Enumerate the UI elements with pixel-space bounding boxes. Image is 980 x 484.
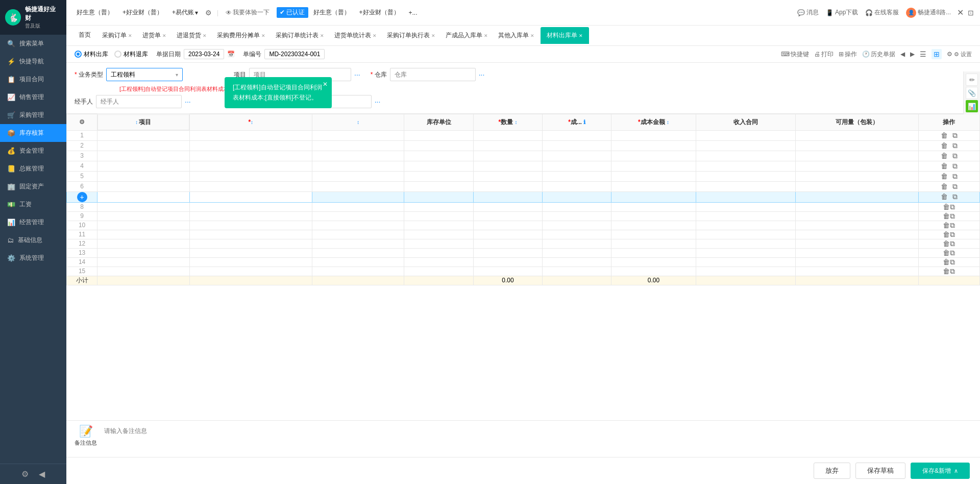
- row-unit[interactable]: [404, 130, 473, 140]
- delete-row-btn[interactable]: 🗑: [943, 249, 950, 257]
- row-income-contract[interactable]: [696, 161, 795, 171]
- sidebar-item-accounting[interactable]: 📒 总账管理: [0, 160, 66, 178]
- sidebar-item-finance[interactable]: 💰 资金管理: [0, 142, 66, 160]
- row-available[interactable]: [796, 130, 919, 140]
- sidebar-item-inventory[interactable]: 📦 库存核算: [0, 124, 66, 142]
- income-contract-dots-btn[interactable]: ···: [375, 98, 381, 106]
- copy-row-btn[interactable]: ⧉: [951, 131, 959, 140]
- agent-input[interactable]: [96, 95, 182, 108]
- row-available[interactable]: [796, 191, 919, 202]
- tab-purchase-stat[interactable]: 采购订单统计表 ✕: [271, 27, 329, 44]
- topbar-nav-item-haoshengyi2[interactable]: 好生意（普）: [309, 6, 354, 19]
- grid-view-btn[interactable]: ⊞: [932, 49, 942, 59]
- radio-material-return[interactable]: 材料退库: [114, 50, 148, 59]
- right-icon-clip[interactable]: 📎: [966, 87, 978, 99]
- delete-row-btn[interactable]: 🗑: [939, 172, 949, 181]
- sidebar-item-basic[interactable]: 🗂 基础信息: [0, 231, 66, 249]
- topbar-nav-item-haoyecai[interactable]: +好业财（普）: [118, 6, 167, 19]
- copy-row-btn[interactable]: ⧉: [950, 267, 955, 276]
- copy-row-btn[interactable]: ⧉: [951, 151, 959, 161]
- copy-row-btn[interactable]: ⧉: [950, 212, 955, 221]
- discard-btn[interactable]: 放弃: [814, 463, 850, 479]
- tab-purchase-fee[interactable]: 采购费用分摊单 ✕: [212, 27, 271, 44]
- delete-row-btn[interactable]: 🗑: [939, 141, 949, 150]
- row-project[interactable]: [97, 171, 189, 181]
- sidebar-item-purchase[interactable]: 🛒 采购管理: [0, 106, 66, 124]
- right-icon-active-green[interactable]: 📊: [966, 100, 978, 112]
- tab-other-in[interactable]: 其他入库单 ✕: [493, 27, 540, 44]
- row-material[interactable]: [189, 140, 312, 151]
- copy-row-btn[interactable]: ⧉: [950, 239, 955, 248]
- row-income-contract[interactable]: [696, 191, 795, 202]
- tooltip-close-btn[interactable]: ✕: [323, 79, 328, 89]
- delete-row-btn[interactable]: 🗑: [939, 151, 949, 160]
- row-unit[interactable]: [404, 151, 473, 161]
- copy-row-btn[interactable]: ⧉: [951, 141, 959, 151]
- row-project[interactable]: [97, 151, 189, 161]
- window-close-btn[interactable]: ✕: [957, 8, 964, 17]
- radio-material-out[interactable]: 材料出库: [75, 50, 108, 59]
- table-settings-btn[interactable]: ⚙ ⚙ 设置: [947, 51, 972, 58]
- agent-dots-btn[interactable]: ···: [185, 98, 191, 106]
- message-btn[interactable]: 💬 消息: [797, 8, 819, 17]
- row-unit[interactable]: [404, 171, 473, 181]
- tab-close-icon[interactable]: ✕: [530, 33, 534, 38]
- tab-material-out[interactable]: 材料出库单 ✕: [541, 27, 589, 44]
- add-row-btn[interactable]: +: [77, 192, 87, 202]
- topbar-nav-item-haoshengyi[interactable]: 好生意（普）: [72, 6, 117, 19]
- operation-btn[interactable]: ⊞ 操作: [839, 50, 857, 59]
- row-quantity[interactable]: [473, 151, 542, 161]
- tab-home[interactable]: 首页: [72, 27, 97, 44]
- copy-row-btn[interactable]: ⧉: [951, 192, 959, 202]
- row-material[interactable]: [189, 130, 312, 140]
- row-cost[interactable]: [543, 171, 611, 181]
- row-available[interactable]: [796, 161, 919, 171]
- row-quantity[interactable]: [473, 140, 542, 151]
- copy-row-btn[interactable]: ⧉: [950, 249, 955, 257]
- project-dots-btn[interactable]: ···: [354, 70, 360, 79]
- list-view-btn[interactable]: ☰: [920, 50, 926, 58]
- topbar-nav-item-haoyecai2[interactable]: +好业财（普）: [355, 6, 404, 19]
- copy-row-btn[interactable]: ⧉: [950, 258, 955, 267]
- sidebar-item-quick-nav[interactable]: ⚡ 快捷导航: [0, 53, 66, 70]
- row-spec[interactable]: [312, 181, 404, 191]
- warehouse-dots-btn[interactable]: ···: [479, 70, 485, 79]
- row-available[interactable]: [796, 181, 919, 191]
- tab-close-icon[interactable]: ✕: [203, 33, 207, 38]
- tab-close-icon[interactable]: ✕: [320, 33, 324, 38]
- sidebar-item-salary[interactable]: 💵 工资: [0, 196, 66, 213]
- online-service-btn[interactable]: 🎧 在线客服: [865, 8, 899, 17]
- settings-bottom-icon[interactable]: ⚙: [21, 469, 29, 479]
- tab-close-icon[interactable]: ✕: [484, 33, 488, 38]
- sidebar-item-sales[interactable]: 📈 销售管理: [0, 88, 66, 106]
- delete-row-btn[interactable]: 🗑: [939, 182, 949, 191]
- warehouse-input[interactable]: [390, 68, 476, 81]
- row-cost[interactable]: [543, 140, 611, 151]
- sidebar-item-system[interactable]: ⚙️ 系统管理: [0, 249, 66, 267]
- tab-close-icon[interactable]: ✕: [162, 33, 166, 38]
- row-amount[interactable]: [611, 140, 696, 151]
- row-amount[interactable]: [611, 181, 696, 191]
- business-type-select[interactable]: 工程领料 ▾: [106, 68, 183, 81]
- copy-row-btn[interactable]: ⧉: [951, 182, 959, 191]
- collapse-icon[interactable]: ◀: [39, 469, 45, 479]
- row-project[interactable]: [97, 140, 189, 151]
- copy-row-btn[interactable]: ⧉: [950, 221, 955, 230]
- sidebar-item-search[interactable]: 🔍 搜索菜单: [0, 35, 66, 53]
- user-info-btn[interactable]: 👤 畅捷通8路...: [906, 8, 951, 18]
- row-quantity[interactable]: [473, 130, 542, 140]
- delete-row-btn[interactable]: 🗑: [939, 192, 949, 201]
- save-new-btn[interactable]: 保存&新增 ∧: [911, 463, 970, 479]
- copy-row-btn[interactable]: ⧉: [950, 230, 955, 239]
- row-quantity[interactable]: [473, 171, 542, 181]
- row-cost[interactable]: [543, 161, 611, 171]
- row-spec[interactable]: [312, 151, 404, 161]
- row-income-contract[interactable]: [696, 151, 795, 161]
- notes-input[interactable]: [102, 425, 972, 453]
- tab-incoming-return[interactable]: 进退货货 ✕: [172, 27, 212, 44]
- row-spec[interactable]: [312, 191, 404, 202]
- delete-row-btn[interactable]: 🗑: [943, 258, 950, 266]
- topbar-experience[interactable]: 👁 我要体验一下: [222, 6, 274, 19]
- next-record-btn[interactable]: ▶: [910, 51, 915, 58]
- delete-row-btn[interactable]: 🗑: [943, 230, 950, 238]
